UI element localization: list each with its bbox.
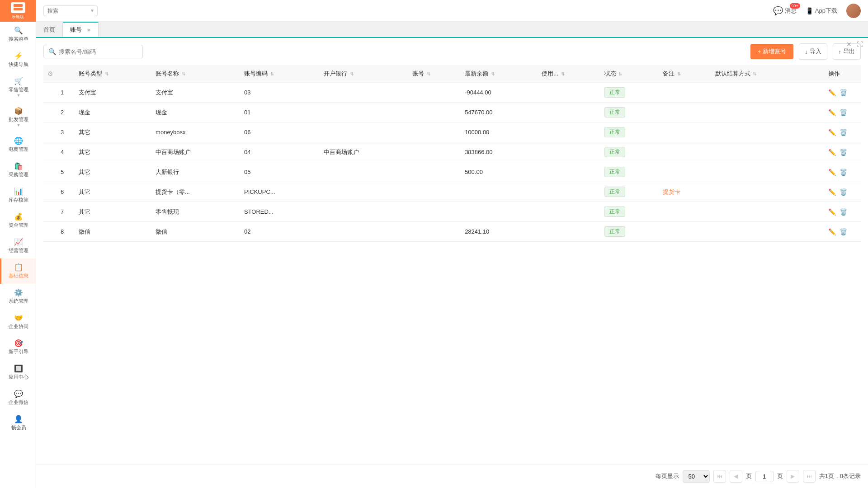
row-balance: 28241.10	[461, 222, 538, 242]
table-row: 8 微信 微信 02 28241.10 正常 ✏️ 🗑️	[43, 222, 861, 242]
sidebar-item-search-menu[interactable]: 🔍 搜索菜单	[0, 22, 36, 47]
logo-text: 乐廕版	[12, 14, 24, 20]
add-account-button[interactable]: + 新增账号	[750, 44, 793, 59]
settings-icon[interactable]: ⚙	[47, 70, 53, 77]
first-page-button[interactable]: ⏮	[713, 470, 726, 483]
app-download-button[interactable]: 📱 App下载	[806, 7, 837, 15]
th-usage[interactable]: 使用... ⇅	[538, 65, 601, 83]
sidebar-item-ecommerce-mgmt[interactable]: 🌐 电商管理	[0, 132, 36, 157]
edit-icon[interactable]: ✏️	[828, 208, 836, 216]
edit-icon[interactable]: ✏️	[828, 129, 836, 136]
row-action: ✏️ 🗑️	[825, 202, 861, 222]
delete-icon[interactable]: 🗑️	[840, 89, 847, 96]
sidebar-item-purchase-mgmt[interactable]: 🛍️ 采购管理	[0, 157, 36, 183]
sort-account-icon[interactable]: ⇅	[427, 71, 430, 76]
th-code[interactable]: 账号编码 ⇅	[241, 65, 320, 83]
sort-bank-icon[interactable]: ⇅	[350, 71, 354, 76]
th-balance[interactable]: 最新余额 ⇅	[461, 65, 538, 83]
import-button[interactable]: ↓ 导入	[799, 43, 827, 60]
status-badge: 正常	[604, 147, 625, 157]
row-status: 正常	[601, 202, 659, 222]
row-type: 其它	[75, 202, 152, 222]
search-box[interactable]: 🔍	[43, 45, 143, 58]
row-action: ✏️ 🗑️	[825, 103, 861, 122]
sort-usage-icon[interactable]: ⇅	[561, 71, 565, 76]
message-button[interactable]: 💬 消息 99+	[773, 6, 797, 16]
th-settings[interactable]: ⚙	[43, 65, 57, 83]
delete-icon[interactable]: 🗑️	[840, 228, 847, 235]
sidebar-item-finance-mgmt[interactable]: 💰 资金管理	[0, 208, 36, 233]
row-account	[409, 222, 461, 242]
delete-icon[interactable]: 🗑️	[840, 188, 847, 196]
sort-code-icon[interactable]: ⇅	[270, 71, 274, 76]
last-page-button[interactable]: ⏭	[803, 470, 816, 483]
sort-type-icon[interactable]: ⇅	[105, 71, 108, 76]
sidebar-item-retail-mgmt[interactable]: 🛒 零售管理 ▼	[0, 72, 36, 102]
row-name: 支付宝	[152, 83, 241, 103]
edit-icon[interactable]: ✏️	[828, 228, 836, 235]
accounts-table: ⚙ 账号类型 ⇅ 账号名称 ⇅ 账号编码 ⇅	[43, 65, 861, 242]
sidebar-item-quick-nav[interactable]: ⚡ 快捷导航	[0, 47, 36, 72]
top-search-box[interactable]: ▼	[43, 5, 98, 16]
th-status[interactable]: 状态 ⇅	[601, 65, 659, 83]
prev-page-button[interactable]: ◀	[730, 470, 742, 483]
sort-name-icon[interactable]: ⇅	[182, 71, 185, 76]
tab-account[interactable]: 账号 ✕	[63, 22, 99, 37]
row-balance: 383866.00	[461, 142, 538, 162]
sidebar-item-inventory[interactable]: 📊 库存核算	[0, 183, 36, 208]
sidebar-item-new-guide[interactable]: 🎯 新手引导	[0, 334, 36, 360]
next-page-button[interactable]: ▶	[787, 470, 799, 483]
edit-icon[interactable]: ✏️	[828, 169, 836, 176]
sidebar-item-member[interactable]: 👤 畅会员	[0, 410, 36, 436]
row-account	[409, 122, 461, 142]
delete-icon[interactable]: 🗑️	[840, 149, 847, 156]
sidebar-item-app-center[interactable]: 🔲 应用中心	[0, 360, 36, 385]
page-number-input[interactable]	[755, 471, 774, 482]
delete-icon[interactable]: 🗑️	[840, 208, 847, 216]
delete-icon[interactable]: 🗑️	[840, 109, 847, 116]
sidebar-item-wholesale-mgmt[interactable]: 📦 批发管理 ▼	[0, 102, 36, 132]
sort-remark-icon[interactable]: ⇅	[677, 71, 681, 76]
tab-close-icon[interactable]: ✕	[87, 28, 91, 33]
status-badge: 正常	[604, 107, 625, 117]
row-type: 现金	[75, 103, 152, 122]
edit-icon[interactable]: ✏️	[828, 149, 836, 156]
sidebar-item-basic-info[interactable]: 📋 基础信息	[0, 258, 36, 284]
th-name[interactable]: 账号名称 ⇅	[152, 65, 241, 83]
th-bank[interactable]: 开户银行 ⇅	[320, 65, 409, 83]
sidebar-item-corp-wechat[interactable]: 💬 企业微信	[0, 385, 36, 410]
th-remark[interactable]: 备注 ⇅	[659, 65, 712, 83]
sort-status-icon[interactable]: ⇅	[618, 71, 622, 76]
row-remark	[659, 162, 712, 182]
sidebar-item-sys-mgmt[interactable]: ⚙️ 系统管理	[0, 284, 36, 309]
maximize-icon[interactable]: ⛶	[855, 40, 864, 49]
th-account[interactable]: 账号 ⇅	[409, 65, 461, 83]
delete-icon[interactable]: 🗑️	[840, 169, 847, 176]
sort-balance-icon[interactable]: ⇅	[491, 71, 495, 76]
tab-home-label: 首页	[43, 26, 55, 34]
sidebar-item-ops-mgmt[interactable]: 📈 经营管理	[0, 233, 36, 258]
page-size-select[interactable]: 50 100 200	[683, 470, 710, 483]
user-avatar[interactable]	[846, 4, 861, 18]
row-status: 正常	[601, 83, 659, 103]
inventory-icon: 📊	[14, 187, 23, 196]
tab-home[interactable]: 首页	[36, 23, 63, 37]
edit-icon[interactable]: ✏️	[828, 188, 836, 196]
delete-icon[interactable]: 🗑️	[840, 129, 847, 136]
row-bank	[320, 202, 409, 222]
close-window-icon[interactable]: ✕	[844, 40, 854, 49]
top-header-left: ▼	[43, 5, 98, 16]
th-type[interactable]: 账号类型 ⇅	[75, 65, 152, 83]
search-input[interactable]	[59, 48, 136, 55]
new-guide-icon: 🎯	[14, 339, 23, 347]
row-balance: 500.00	[461, 162, 538, 182]
row-settings	[43, 202, 57, 222]
sidebar-item-corp-agreement[interactable]: 🤝 企业协同	[0, 309, 36, 334]
sort-settle-icon[interactable]: ⇅	[753, 71, 756, 76]
edit-icon[interactable]: ✏️	[828, 89, 836, 96]
row-seq: 8	[57, 222, 75, 242]
top-search-input[interactable]	[47, 8, 88, 14]
edit-icon[interactable]: ✏️	[828, 109, 836, 116]
member-icon: 👤	[14, 415, 23, 423]
th-default-settle[interactable]: 默认结算方式 ⇅	[712, 65, 825, 83]
